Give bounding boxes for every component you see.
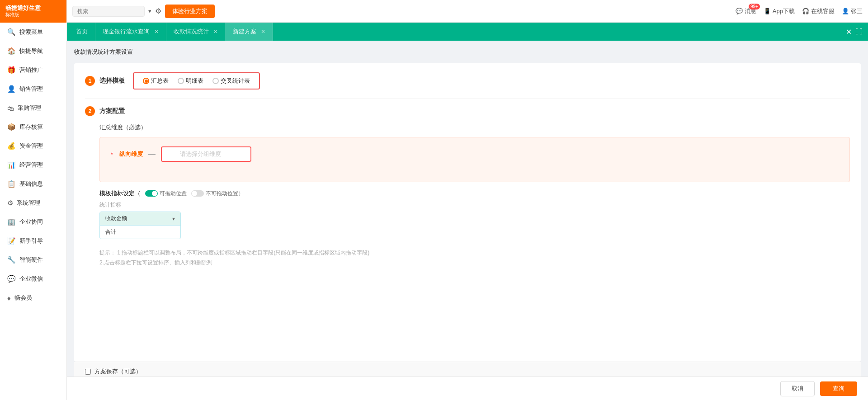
radio-detail[interactable]: 明细表 — [178, 77, 203, 85]
footer-bar: 取消 查询 — [67, 376, 868, 400]
sidebar-label-finance: 资金管理 — [19, 142, 43, 150]
vertical-dim-label: 纵向维度 — [119, 150, 143, 158]
sidebar-item-newbie[interactable]: 📝 新手引导 — [0, 231, 66, 250]
dropdown-icon[interactable]: ▾ — [148, 8, 151, 14]
gift-icon: 🎁 — [7, 66, 16, 74]
radio-detail-label: 明细表 — [186, 77, 203, 85]
stats-header-text: 收款金额 — [105, 215, 127, 222]
draggable-toggle[interactable]: 可拖动位置 — [145, 190, 187, 198]
dim-arrow: — — [148, 150, 156, 158]
sidebar-item-system[interactable]: ⚙ 系统管理 — [0, 193, 66, 212]
metrics-section: 模板指标设定（ 可拖动位置 不可拖动位置） — [99, 189, 850, 239]
tab-collection[interactable]: 收款情况统计 ✕ — [166, 23, 226, 41]
sidebar-label-enterprise: 企业协同 — [19, 218, 43, 226]
sidebar-label-inventory: 库存核算 — [19, 123, 43, 131]
list-icon: 📋 — [7, 180, 16, 188]
trial-button[interactable]: 体验行业方案 — [165, 5, 215, 18]
step2-section: 2 方案配置 汇总维度（必选） * 纵向维度 — 请选择分组维度 — [85, 99, 850, 268]
sidebar-logo: 畅捷通好生意 标准版 — [0, 0, 66, 23]
template-options-box: 汇总表 明细表 交叉统计表 — [133, 72, 260, 89]
sidebar-item-member[interactable]: ♦ 畅会员 — [0, 288, 66, 307]
service-button[interactable]: 🎧 在线客服 — [802, 7, 835, 15]
download-label: App下载 — [773, 7, 795, 15]
sidebar-item-enterprise[interactable]: 🏢 企业协同 — [0, 212, 66, 231]
user-icon: 👤 — [7, 85, 16, 93]
vertical-dim-row: * 纵向维度 — 请选择分组维度 — [111, 146, 839, 162]
dimension-title-text: 汇总维度（必选） — [99, 124, 146, 131]
step1-label: 选择模板 — [99, 77, 125, 85]
radio-summary[interactable]: 汇总表 — [143, 77, 169, 85]
tab-collection-close[interactable]: ✕ — [213, 28, 218, 35]
radio-cross[interactable]: 交叉统计表 — [212, 77, 250, 85]
guide-icon: 📝 — [7, 237, 16, 245]
chat-icon: 💬 — [7, 275, 16, 283]
query-button[interactable]: 查询 — [820, 381, 857, 396]
sidebar-item-finance[interactable]: 💰 资金管理 — [0, 136, 66, 155]
sidebar-label-member: 畅会员 — [14, 294, 32, 302]
stats-dropdown-icon[interactable]: ▾ — [172, 216, 175, 222]
sidebar-label-search: 搜索菜单 — [19, 28, 43, 36]
hardware-icon: 🔧 — [7, 256, 16, 264]
tabbar-controls: ✕ ⛶ — [846, 28, 866, 36]
dim-select-placeholder: 请选择分组维度 — [180, 151, 221, 157]
tab-newplan[interactable]: 新建方案 ✕ — [226, 23, 273, 41]
radio-cross-label: 交叉统计表 — [221, 77, 250, 85]
radio-summary-circle — [143, 78, 149, 84]
home-icon: 🏠 — [7, 47, 16, 55]
sidebar-item-hardware[interactable]: 🔧 智能硬件 — [0, 250, 66, 269]
tab-cashflow[interactable]: 现金银行流水查询 ✕ — [95, 23, 166, 41]
hint-area: 提示： 1.拖动标题栏可以调整布局，不可跨维度或指标区域拖动栏目字段(只能在同一… — [99, 248, 850, 268]
sidebar-item-purchase[interactable]: 🛍 采购管理 — [0, 99, 66, 118]
sidebar-label-quicknav: 快捷导航 — [19, 47, 43, 55]
sidebar-label-system: 系统管理 — [17, 199, 40, 207]
sidebar-item-inventory[interactable]: 📦 库存核算 — [0, 118, 66, 136]
sidebar-item-quicknav[interactable]: 🏠 快捷导航 — [0, 42, 66, 61]
step2-num: 2 — [85, 106, 95, 116]
sidebar-item-marketing[interactable]: 🎁 营销推广 — [0, 61, 66, 80]
settings-icon[interactable]: ⚙ — [155, 7, 161, 15]
save-label: 方案保存（可选） — [94, 367, 142, 376]
radio-detail-circle — [178, 78, 184, 84]
message-button[interactable]: 💬 99+ 消息 — [736, 7, 756, 15]
tab-cashflow-label: 现金银行流水查询 — [103, 28, 150, 36]
nondrag-switch[interactable] — [191, 190, 204, 197]
stats-area: 统计指标 收款金额 ▾ 合计 — [99, 201, 850, 239]
sidebar-label-wechat: 企业微信 — [19, 275, 43, 283]
content-card: 1 选择模板 汇总表 明细表 交叉统计表 — [74, 63, 861, 362]
tab-home[interactable]: 首页 — [69, 23, 95, 41]
main-content: 收款情况统计方案设置 1 选择模板 汇总表 明细表 — [67, 41, 868, 400]
header-left: ▾ ⚙ 体验行业方案 — [72, 5, 215, 18]
stats-category-label: 统计指标 — [99, 201, 850, 209]
sidebar-label-hardware: 智能硬件 — [19, 256, 43, 264]
sidebar: 畅捷通好生意 标准版 🔍 搜索菜单 🏠 快捷导航 🎁 营销推广 👤 销售管理 🛍… — [0, 0, 67, 400]
user-name-label: 张三 — [851, 7, 863, 15]
sidebar-item-sales[interactable]: 👤 销售管理 — [0, 80, 66, 99]
save-checkbox[interactable] — [85, 369, 91, 375]
step2-header: 2 方案配置 — [85, 106, 850, 116]
tab-newplan-close[interactable]: ✕ — [261, 28, 265, 35]
stats-box: 收款金额 ▾ 合计 — [99, 212, 181, 239]
draggable-label: 可拖动位置 — [160, 190, 187, 198]
tab-home-label: 首页 — [76, 28, 88, 36]
sidebar-label-baseinfo: 基础信息 — [19, 180, 43, 188]
radio-cross-circle — [212, 78, 219, 84]
download-button[interactable]: 📱 App下载 — [764, 7, 795, 15]
user-profile[interactable]: 👤 张三 — [842, 7, 863, 15]
tab-cashflow-close[interactable]: ✕ — [154, 28, 159, 35]
dim-select-box[interactable]: 请选择分组维度 — [161, 146, 251, 162]
service-icon: 🎧 — [802, 8, 809, 14]
step1-num: 1 — [85, 76, 95, 86]
tab-maximize-icon[interactable]: ⛶ — [855, 28, 863, 36]
cancel-button[interactable]: 取消 — [780, 381, 815, 396]
sidebar-item-search[interactable]: 🔍 搜索菜单 — [0, 23, 66, 42]
draggable-switch[interactable] — [145, 190, 158, 197]
sidebar-item-operations[interactable]: 📊 经营管理 — [0, 155, 66, 174]
dimension-area: * 纵向维度 — 请选择分组维度 — [99, 137, 850, 182]
box-icon: 📦 — [7, 123, 16, 131]
tab-minimize-icon[interactable]: ✕ — [846, 28, 852, 36]
nondrag-toggle[interactable]: 不可拖动位置） — [191, 190, 244, 198]
search-input[interactable] — [72, 6, 145, 17]
dimension-title: 汇总维度（必选） — [99, 123, 850, 132]
sidebar-item-wechat[interactable]: 💬 企业微信 — [0, 269, 66, 288]
sidebar-item-baseinfo[interactable]: 📋 基础信息 — [0, 174, 66, 193]
